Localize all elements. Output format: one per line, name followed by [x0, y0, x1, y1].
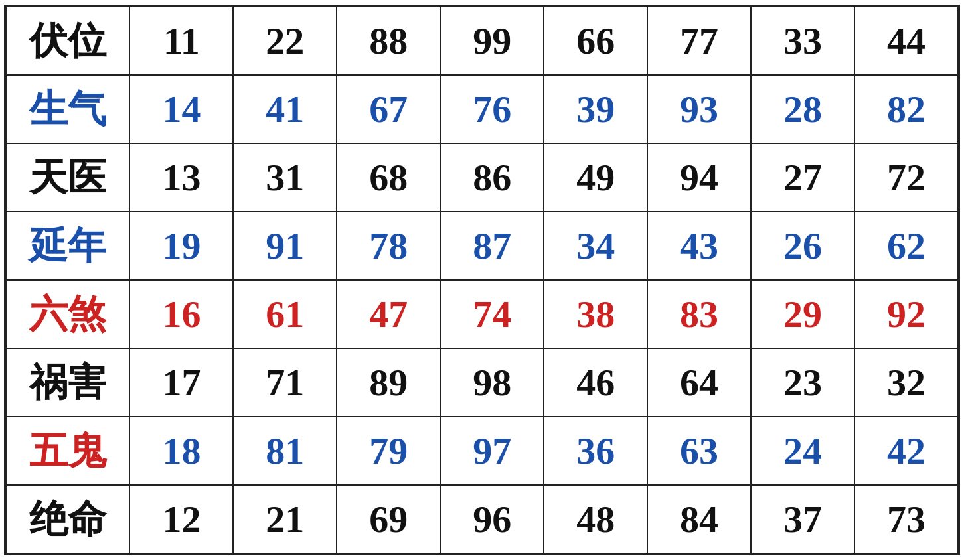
- table-cell: 94: [647, 143, 751, 212]
- table-row: 伏位1122889966773344: [6, 7, 958, 75]
- table-cell: 48: [544, 485, 647, 553]
- table-row: 生气1441677639932882: [6, 75, 958, 143]
- table-cell: 63: [647, 417, 751, 485]
- table-cell: 18: [129, 417, 233, 485]
- table-cell: 11: [129, 7, 233, 75]
- row-label: 天医: [6, 143, 129, 212]
- table-cell: 31: [233, 143, 337, 212]
- table-cell: 47: [337, 280, 440, 348]
- row-label: 绝命: [6, 485, 129, 553]
- table-cell: 28: [751, 75, 854, 143]
- table-cell: 67: [337, 75, 440, 143]
- table-cell: 73: [854, 485, 958, 553]
- table-cell: 76: [440, 75, 544, 143]
- table-cell: 16: [129, 280, 233, 348]
- table-cell: 36: [544, 417, 647, 485]
- table-row: 延年1991788734432662: [6, 212, 958, 280]
- table-cell: 42: [854, 417, 958, 485]
- table-cell: 41: [233, 75, 337, 143]
- table-cell: 96: [440, 485, 544, 553]
- table-cell: 97: [440, 417, 544, 485]
- table-cell: 93: [647, 75, 751, 143]
- table-cell: 92: [854, 280, 958, 348]
- table-row: 五鬼1881799736632442: [6, 417, 958, 485]
- table-row: 绝命1221699648843773: [6, 485, 958, 553]
- table-cell: 21: [233, 485, 337, 553]
- table-cell: 13: [129, 143, 233, 212]
- table-cell: 22: [233, 7, 337, 75]
- table-row: 祸害1771899846642332: [6, 348, 958, 417]
- table-cell: 62: [854, 212, 958, 280]
- table-row: 天医1331688649942772: [6, 143, 958, 212]
- table-cell: 46: [544, 348, 647, 417]
- table-cell: 27: [751, 143, 854, 212]
- table-cell: 19: [129, 212, 233, 280]
- table-cell: 44: [854, 7, 958, 75]
- table-cell: 72: [854, 143, 958, 212]
- row-label: 伏位: [6, 7, 129, 75]
- table-cell: 26: [751, 212, 854, 280]
- table-row: 六煞1661477438832992: [6, 280, 958, 348]
- table-cell: 37: [751, 485, 854, 553]
- table-cell: 49: [544, 143, 647, 212]
- table-cell: 32: [854, 348, 958, 417]
- table-cell: 91: [233, 212, 337, 280]
- table-cell: 82: [854, 75, 958, 143]
- table-cell: 98: [440, 348, 544, 417]
- table-cell: 14: [129, 75, 233, 143]
- table-cell: 23: [751, 348, 854, 417]
- main-table-container: 伏位1122889966773344生气1441677639932882天医13…: [4, 5, 960, 555]
- row-label: 五鬼: [6, 417, 129, 485]
- table-cell: 77: [647, 7, 751, 75]
- table-cell: 64: [647, 348, 751, 417]
- table-cell: 24: [751, 417, 854, 485]
- table-cell: 68: [337, 143, 440, 212]
- table-cell: 86: [440, 143, 544, 212]
- table-cell: 74: [440, 280, 544, 348]
- row-label: 延年: [6, 212, 129, 280]
- table-cell: 71: [233, 348, 337, 417]
- table-cell: 29: [751, 280, 854, 348]
- table-cell: 69: [337, 485, 440, 553]
- table-cell: 17: [129, 348, 233, 417]
- table-cell: 38: [544, 280, 647, 348]
- table-cell: 99: [440, 7, 544, 75]
- table-cell: 78: [337, 212, 440, 280]
- table-cell: 43: [647, 212, 751, 280]
- table-cell: 81: [233, 417, 337, 485]
- row-label: 祸害: [6, 348, 129, 417]
- table-cell: 12: [129, 485, 233, 553]
- data-table: 伏位1122889966773344生气1441677639932882天医13…: [5, 6, 959, 554]
- table-cell: 88: [337, 7, 440, 75]
- row-label: 六煞: [6, 280, 129, 348]
- table-cell: 79: [337, 417, 440, 485]
- table-cell: 34: [544, 212, 647, 280]
- table-cell: 33: [751, 7, 854, 75]
- table-cell: 83: [647, 280, 751, 348]
- table-cell: 61: [233, 280, 337, 348]
- table-cell: 89: [337, 348, 440, 417]
- table-cell: 66: [544, 7, 647, 75]
- table-cell: 87: [440, 212, 544, 280]
- row-label: 生气: [6, 75, 129, 143]
- table-cell: 84: [647, 485, 751, 553]
- table-cell: 39: [544, 75, 647, 143]
